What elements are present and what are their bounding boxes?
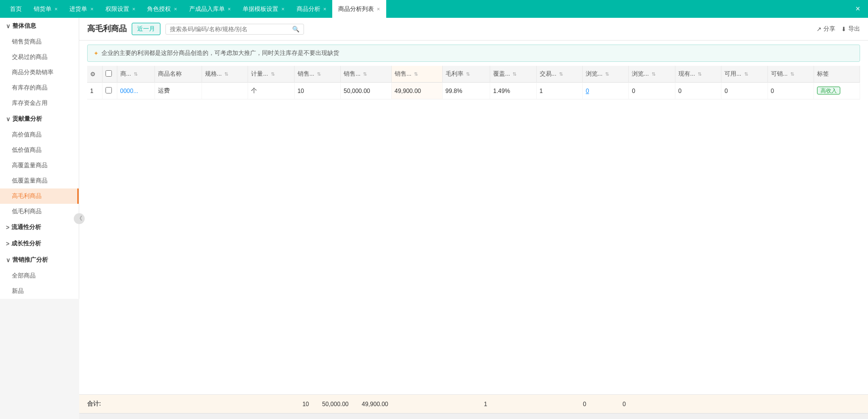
arrow-icon-contribution: ∨: [6, 116, 10, 123]
sidebar-item-low-coverage[interactable]: 低覆盖量商品: [0, 173, 79, 188]
sidebar-item-high-coverage[interactable]: 高覆盖量商品: [0, 158, 79, 173]
sidebar-group-marketing[interactable]: ∨ 营销推广分析: [0, 252, 79, 268]
sidebar-item-all-goods[interactable]: 全部商品: [0, 268, 79, 283]
col-sellable[interactable]: 可销... ⇅: [767, 66, 814, 83]
sort-icon-unit: ⇅: [271, 71, 275, 77]
tag-high-income: 高收入: [817, 87, 840, 94]
footer-transactions: 1: [458, 401, 487, 408]
close-roles-tab[interactable]: ×: [174, 6, 177, 12]
sort-icon-browse2: ⇅: [652, 71, 656, 77]
nav-tab-template[interactable]: 单据模板设置 ×: [237, 0, 290, 18]
header-actions: ↗ 分享 ⬇ 导出: [817, 25, 860, 33]
sidebar-item-stocked-goods[interactable]: 有库存的商品: [0, 80, 79, 95]
col-spec[interactable]: 规格... ⇅: [202, 66, 248, 83]
col-browse2[interactable]: 浏览... ⇅: [629, 66, 675, 83]
period-button[interactable]: 近一月: [132, 23, 160, 35]
cell-spec: [202, 83, 248, 99]
col-coverage[interactable]: 覆盖... ⇅: [490, 66, 536, 83]
cell-sales-amount: 50,000.00: [341, 83, 392, 99]
sidebar-group-liquidity[interactable]: > 流通性分析: [0, 219, 79, 235]
sidebar-item-traded-goods[interactable]: 交易过的商品: [0, 49, 79, 65]
sidebar: ∨ 整体信息 销售货商品 交易过的商品 商品分类助销率 有库存的商品 库存资金占…: [0, 18, 79, 299]
page-title: 高毛利商品: [87, 24, 127, 34]
col-name[interactable]: 商品名称: [155, 66, 202, 83]
arrow-icon-growth: >: [6, 240, 9, 247]
arrow-icon-liquidity: >: [6, 224, 9, 231]
sidebar-group-overview[interactable]: ∨ 整体信息: [0, 18, 79, 34]
nav-tab-permissions[interactable]: 权限设置 ×: [100, 0, 141, 18]
sort-icon-gross-margin: ⇅: [466, 71, 470, 77]
sidebar-item-low-margin[interactable]: 低毛利商品: [0, 204, 79, 219]
col-gross-margin[interactable]: 毛利率 ⇅: [442, 66, 490, 83]
search-input[interactable]: [170, 26, 290, 33]
col-code[interactable]: 商... ⇅: [117, 66, 155, 83]
close-sales-tab[interactable]: ×: [54, 6, 57, 12]
sort-icon-current-stock: ⇅: [698, 71, 702, 77]
sort-icon-sellable: ⇅: [790, 71, 794, 77]
cell-browse1[interactable]: 0: [582, 83, 628, 99]
horizontal-scrollbar[interactable]: [79, 413, 868, 419]
col-available[interactable]: 可用... ⇅: [721, 66, 767, 83]
window-close-button[interactable]: ×: [852, 4, 864, 13]
nav-tab-analysis[interactable]: 商品分析 ×: [291, 0, 332, 18]
footer-available: 0: [596, 401, 626, 408]
sort-icon-available: ⇅: [744, 71, 748, 77]
close-analysis-list-tab[interactable]: ×: [377, 6, 380, 12]
col-unit[interactable]: 计量... ⇅: [248, 66, 294, 83]
search-box: 🔍: [165, 24, 304, 35]
col-browse1[interactable]: 浏览... ⇅: [582, 66, 628, 83]
col-sales-profit[interactable]: 销售... ⇅: [391, 66, 442, 83]
close-permissions-tab[interactable]: ×: [132, 6, 135, 12]
data-table: ⚙ 商... ⇅ 商品名称 规格...: [87, 66, 860, 99]
sort-icon-coverage: ⇅: [512, 71, 516, 77]
info-icon: ✦: [94, 50, 99, 57]
sidebar-item-new-goods[interactable]: 新品: [0, 283, 79, 299]
footer-sales-amount: 50,000.00: [319, 401, 349, 408]
cell-index: 1: [87, 83, 102, 99]
sidebar-collapse-button[interactable]: 《: [74, 213, 85, 224]
sort-icon-transactions: ⇅: [559, 71, 563, 77]
col-tag: 标签: [814, 66, 860, 83]
share-button[interactable]: ↗ 分享: [817, 25, 835, 33]
sort-icon-sales-qty: ⇅: [317, 71, 321, 77]
sidebar-item-sales-goods[interactable]: 销售货商品: [0, 34, 79, 49]
sidebar-item-high-value[interactable]: 高价值商品: [0, 127, 79, 142]
close-purchase-tab[interactable]: ×: [90, 6, 93, 12]
col-sales-amount[interactable]: 销售... ⇅: [341, 66, 392, 83]
cell-code[interactable]: 0000...: [117, 83, 155, 99]
col-current-stock[interactable]: 现有... ⇅: [675, 66, 721, 83]
col-sales-qty[interactable]: 销售... ⇅: [294, 66, 340, 83]
sort-icon-spec: ⇅: [224, 71, 228, 77]
cell-coverage: 1.49%: [490, 83, 536, 99]
sort-icon-code: ⇅: [134, 71, 138, 77]
col-transactions[interactable]: 交易... ⇅: [536, 66, 582, 83]
nav-tab-purchase[interactable]: 进货单 ×: [63, 0, 99, 18]
content-area: 高毛利商品 近一月 🔍 ↗ 分享 ⬇ 导出 ✦ 企业的主要的利润都是这部分商品创…: [79, 18, 868, 419]
nav-tab-roles[interactable]: 角色授权 ×: [141, 0, 183, 18]
sidebar-item-low-value[interactable]: 低价值商品: [0, 142, 79, 158]
table-container: ⚙ 商... ⇅ 商品名称 规格...: [79, 66, 868, 394]
arrow-icon-overview: ∨: [6, 23, 10, 30]
row-checkbox[interactable]: [105, 87, 112, 93]
close-template-tab[interactable]: ×: [281, 6, 284, 12]
top-nav: 首页 销货单 × 进货单 × 权限设置 × 角色授权 × 产成品入库单 × 单据…: [0, 0, 868, 18]
close-inbound-tab[interactable]: ×: [228, 6, 231, 12]
settings-icon[interactable]: ⚙: [90, 71, 96, 78]
sidebar-item-inventory-funds[interactable]: 库存资金占用: [0, 95, 79, 111]
select-all-checkbox[interactable]: [105, 70, 112, 77]
sidebar-group-contribution[interactable]: ∨ 贡献量分析: [0, 111, 79, 127]
nav-tab-inbound[interactable]: 产成品入库单 ×: [183, 0, 237, 18]
cell-available: 0: [721, 83, 767, 99]
sidebar-group-growth[interactable]: > 成长性分析: [0, 235, 79, 252]
sidebar-item-category-rate[interactable]: 商品分类助销率: [0, 65, 79, 80]
cell-sales-qty: 10: [294, 83, 340, 99]
nav-tab-home[interactable]: 首页: [4, 0, 28, 18]
export-button[interactable]: ⬇ 导出: [841, 25, 860, 33]
search-icon[interactable]: 🔍: [292, 26, 300, 33]
close-analysis-tab[interactable]: ×: [323, 6, 326, 12]
sidebar-item-high-margin[interactable]: 高毛利商品: [0, 188, 79, 204]
nav-tab-analysis-list[interactable]: 商品分析列表 ×: [332, 0, 386, 18]
nav-tab-sales[interactable]: 销货单 ×: [28, 0, 63, 18]
cell-sales-profit: 49,900.00: [391, 83, 442, 99]
share-icon: ↗: [817, 26, 821, 33]
